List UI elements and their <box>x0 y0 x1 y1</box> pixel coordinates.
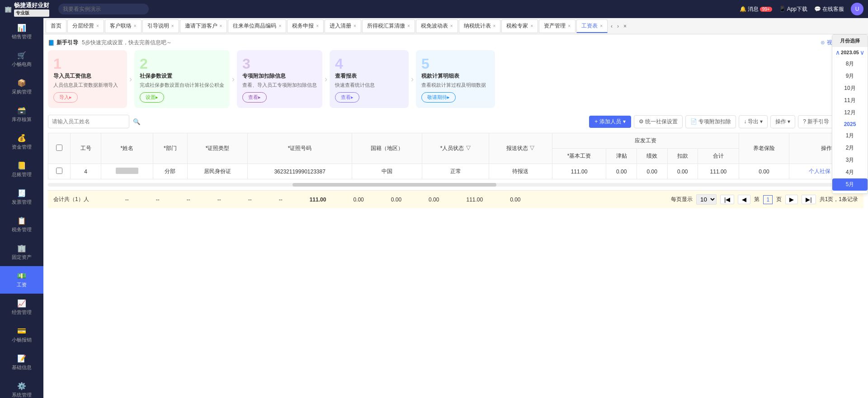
card-5-btn[interactable]: 敬请期待▸ <box>421 92 456 103</box>
tab-invite[interactable]: 邀请下游客户 × <box>180 19 227 33</box>
tab-home[interactable]: 首页 <box>46 19 66 33</box>
notification-btn[interactable]: 🔔 消息 99+ <box>740 5 772 13</box>
unified-settings-btn[interactable]: ⚙ 统一社保设置 <box>634 115 683 128</box>
month-year-next-btn[interactable]: ∨ <box>860 49 864 56</box>
sidebar-item-marketing[interactable]: 💳 小畅报销 <box>0 321 43 349</box>
sidebar-item-operations[interactable]: 📈 经营管理 <box>0 294 43 321</box>
sidebar-item-ecommerce[interactable]: 🛒 小畅电商 <box>0 46 43 73</box>
tab-prev-btn[interactable]: ‹ <box>609 23 615 29</box>
report-filter-icon[interactable]: ▽ <box>529 145 535 151</box>
salary-icon: 💵 <box>2 272 41 280</box>
tab-tax-stats[interactable]: 纳税统计表 × <box>459 19 501 33</box>
sidebar-item-salary[interactable]: 💵 工资 <box>0 266 43 294</box>
month-item-6[interactable]: 6月 <box>832 191 868 193</box>
tab-tiered-close[interactable]: × <box>96 23 99 28</box>
month-item-4[interactable]: 4月 <box>832 166 868 178</box>
sidebar-item-inventory[interactable]: 🗃️ 库存核算 <box>0 101 43 128</box>
card-1-btn[interactable]: 导入▸ <box>53 92 78 103</box>
user-avatar[interactable]: U <box>851 3 863 15</box>
select-all-checkbox[interactable] <box>56 145 62 151</box>
guide-btn-icon: ? <box>803 118 806 125</box>
sidebar-item-basics[interactable]: 📝 基础信息 <box>0 349 43 376</box>
export-btn[interactable]: ↓ 导出 ▾ <box>739 115 768 128</box>
tab-salary-close[interactable]: × <box>600 23 603 28</box>
row-id-num: 36232119990123387 <box>248 164 352 179</box>
card-3-btn[interactable]: 查看▸ <box>242 92 267 103</box>
sidebar-item-tax[interactable]: 📋 税务管理 <box>0 211 43 239</box>
sidebar-item-assets[interactable]: 🏢 固定资产 <box>0 239 43 266</box>
status-filter-icon[interactable]: ▽ <box>466 145 471 151</box>
sidebar-item-system[interactable]: ⚙️ 系统管理 <box>0 376 43 398</box>
scrollbar-thumb[interactable] <box>292 183 496 187</box>
tab-clearance[interactable]: 进入清册 × <box>325 19 361 33</box>
tab-invite-close[interactable]: × <box>220 23 222 28</box>
tab-asset-mgmt[interactable]: 资产管理 × <box>539 19 576 33</box>
tab-tax-calc-close[interactable]: × <box>407 23 410 28</box>
month-item-9[interactable]: 9月 <box>832 70 868 82</box>
personal-social-insurance-btn[interactable]: 个人社保 <box>809 168 830 175</box>
per-page-select[interactable]: 10 20 50 <box>696 194 717 205</box>
tab-tax-calc[interactable]: 所得税汇算清缴 × <box>362 19 415 33</box>
tab-tax-expert[interactable]: 税检专家 × <box>501 19 538 33</box>
tab-clearance-close[interactable]: × <box>354 23 356 28</box>
month-item-11[interactable]: 11月 <box>832 94 868 107</box>
edition-badge: 专业版 <box>14 9 49 17</box>
month-item-10[interactable]: 10月 <box>832 82 868 94</box>
month-item-year-2025[interactable]: 2025 <box>832 119 868 130</box>
tab-next-btn[interactable]: › <box>615 23 621 29</box>
sidebar-item-ledger[interactable]: 📒 总账管理 <box>0 156 43 183</box>
first-page-btn[interactable]: |◀ <box>720 195 734 204</box>
tab-close-all-btn[interactable]: × <box>621 23 629 29</box>
tab-tax-stats-close[interactable]: × <box>493 23 496 28</box>
tab-asset-mgmt-close[interactable]: × <box>568 23 571 28</box>
tab-tax-filing[interactable]: 税务申报 × <box>287 19 324 33</box>
operations-btn[interactable]: 操作 ▾ <box>770 115 795 128</box>
last-page-btn[interactable]: ▶| <box>802 195 816 204</box>
month-year-prev-btn[interactable]: ∧ <box>835 49 840 56</box>
app-download-btn[interactable]: 📱 App下载 <box>779 5 807 13</box>
tab-tax-exempt-close[interactable]: × <box>450 23 453 28</box>
table-footer: 会计共（1）人 -- -- -- -- -- -- 111.00 0.00 0.… <box>48 190 863 208</box>
tab-customer-label: 客户联络 <box>110 22 132 30</box>
tab-product-code[interactable]: 往来单位商品编码 × <box>228 19 286 33</box>
month-item-3[interactable]: 3月 <box>832 154 868 166</box>
tab-guide-close[interactable]: × <box>171 23 174 28</box>
horizontal-scrollbar[interactable] <box>48 183 863 187</box>
th-dept: *部门 <box>153 133 187 164</box>
search-button[interactable]: 🔍 <box>133 118 141 125</box>
tab-customer[interactable]: 客户联络 × <box>105 19 142 33</box>
row-select-checkbox[interactable] <box>56 168 62 174</box>
card-4-btn[interactable]: 查看▸ <box>335 92 359 103</box>
next-page-btn[interactable]: ▶ <box>785 195 798 204</box>
employee-search-input[interactable] <box>48 115 129 128</box>
sidebar-item-finance[interactable]: 💰 资金管理 <box>0 128 43 156</box>
sidebar-item-purchase[interactable]: 📦 采购管理 <box>0 73 43 101</box>
invoice-icon: 🧾 <box>2 189 41 197</box>
current-page: 1 <box>763 195 773 204</box>
tab-tax-filing-close[interactable]: × <box>316 23 319 28</box>
online-service-btn[interactable]: 💬 在线客服 <box>814 5 844 13</box>
tab-guide[interactable]: 引导说明 × <box>142 19 179 33</box>
add-employee-btn[interactable]: + 添加人员 ▾ <box>589 116 631 128</box>
sidebar-item-sales[interactable]: 📊 销售管理 <box>0 18 43 46</box>
tab-tax-exempt[interactable]: 税免波动表 × <box>416 19 458 33</box>
month-item-1[interactable]: 1月 <box>832 130 868 142</box>
guide-btn[interactable]: ? 新手引导 <box>798 115 834 128</box>
toolbar: 🔍 + 添加人员 ▾ ⚙ 统一社保设置 📄 专项 <box>48 115 863 128</box>
tab-tax-expert-close[interactable]: × <box>530 23 533 28</box>
month-item-2[interactable]: 2月 <box>832 142 868 154</box>
purchase-icon: 📦 <box>2 79 41 87</box>
tab-product-code-close[interactable]: × <box>278 23 281 28</box>
month-item-8[interactable]: 8月 <box>832 58 868 70</box>
tab-salary[interactable]: 工资表 × <box>576 19 608 33</box>
sidebar-item-invoice[interactable]: 🧾 发票管理 <box>0 183 43 211</box>
prev-page-btn[interactable]: ◀ <box>738 195 750 204</box>
special-deduction-btn[interactable]: 📄 专项附加扣除 <box>685 115 736 128</box>
th-pension: 养老保险 <box>739 133 789 164</box>
month-item-12[interactable]: 12月 <box>832 107 868 119</box>
top-search-input[interactable] <box>58 4 149 14</box>
tab-tiered[interactable]: 分层经营 × <box>67 19 104 33</box>
month-item-5[interactable]: 5月 <box>832 178 868 191</box>
tab-customer-close[interactable]: × <box>134 23 137 28</box>
card-2-btn[interactable]: 设置▸ <box>140 92 164 103</box>
